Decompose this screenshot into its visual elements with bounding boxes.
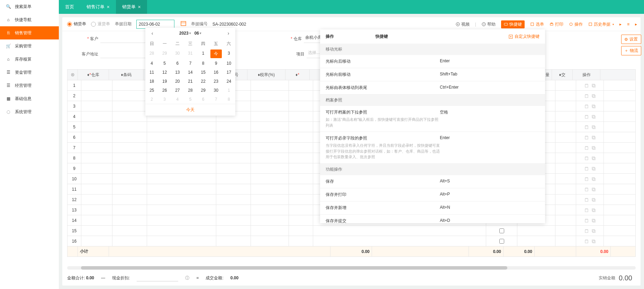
tab-close-icon[interactable]: ✕ bbox=[107, 5, 110, 9]
cal-day[interactable]: 31 bbox=[184, 49, 197, 59]
customize-shortcut-button[interactable]: 自定义快捷键 bbox=[508, 34, 539, 39]
radio-sale[interactable]: 销货单 bbox=[67, 21, 86, 27]
sidebar-item-2[interactable]: ⎘销售管理 bbox=[0, 26, 59, 39]
cal-day[interactable]: 8 bbox=[223, 95, 235, 104]
sidebar-item-6[interactable]: ☰经营管理 bbox=[0, 79, 59, 92]
copy-icon[interactable] bbox=[591, 177, 596, 181]
discount-input[interactable] bbox=[137, 274, 178, 281]
sidebar-item-8[interactable]: ◌系统管理 bbox=[0, 105, 59, 118]
cal-day[interactable]: 30 bbox=[210, 86, 223, 95]
delete-icon[interactable] bbox=[584, 166, 589, 171]
copy-icon[interactable] bbox=[591, 93, 596, 98]
cal-day[interactable]: 29 bbox=[158, 49, 171, 59]
tab-1[interactable]: 销售订单✕ bbox=[80, 0, 116, 14]
delete-icon[interactable] bbox=[584, 125, 589, 129]
delete-icon[interactable] bbox=[584, 83, 589, 88]
copy-icon[interactable] bbox=[591, 104, 596, 109]
cal-day[interactable]: 19 bbox=[158, 77, 171, 86]
table-row[interactable]: 15 bbox=[67, 226, 636, 236]
col-gear[interactable] bbox=[67, 70, 78, 80]
shortcut-button[interactable]: 快捷键 bbox=[501, 20, 525, 28]
horizontal-scrollbar[interactable] bbox=[67, 266, 636, 270]
cal-day[interactable]: 5 bbox=[158, 59, 171, 68]
cal-day[interactable]: 7 bbox=[210, 95, 223, 104]
print-button[interactable]: 打印 bbox=[550, 21, 563, 27]
delete-icon[interactable] bbox=[584, 228, 589, 233]
cal-day[interactable]: 16 bbox=[210, 68, 223, 77]
copy-icon[interactable] bbox=[591, 166, 596, 171]
tab-0[interactable]: 首页 bbox=[59, 0, 80, 14]
cal-day[interactable]: 28 bbox=[145, 49, 158, 59]
col-deliv[interactable]: ♦交 bbox=[552, 70, 573, 80]
cal-day[interactable]: 23 bbox=[210, 77, 223, 86]
tab-close-icon[interactable]: ✕ bbox=[138, 5, 141, 9]
copy-icon[interactable] bbox=[591, 156, 596, 161]
date-input[interactable]: 2023-06-02 bbox=[136, 20, 174, 29]
cal-day[interactable]: 9 bbox=[210, 59, 223, 68]
delete-icon[interactable] bbox=[584, 208, 589, 213]
cal-day[interactable]: 5 bbox=[184, 95, 197, 104]
delete-icon[interactable] bbox=[584, 114, 589, 119]
delete-icon[interactable] bbox=[584, 197, 589, 202]
sidebar-item-7[interactable]: ▦基础信息 bbox=[0, 92, 59, 105]
cal-day[interactable]: 22 bbox=[197, 77, 210, 86]
copy-icon[interactable] bbox=[591, 228, 596, 233]
copy-icon[interactable] bbox=[591, 208, 596, 213]
delete-icon[interactable] bbox=[584, 218, 589, 223]
sidebar-item-3[interactable]: 🛒采购管理 bbox=[0, 39, 59, 53]
delete-icon[interactable] bbox=[584, 187, 589, 192]
cal-day[interactable]: 14 bbox=[184, 68, 197, 77]
delete-icon[interactable] bbox=[584, 239, 589, 244]
cal-day[interactable]: 28 bbox=[184, 86, 197, 95]
info-icon[interactable]: ⓘ bbox=[185, 275, 189, 281]
delete-icon[interactable] bbox=[584, 93, 589, 98]
cal-day[interactable]: 15 bbox=[197, 68, 210, 77]
col-barcode[interactable]: ♦条码 bbox=[109, 70, 144, 80]
sidebar-item-4[interactable]: ⌂库存核算 bbox=[0, 53, 59, 66]
col-warehouse[interactable]: ♦*仓库 bbox=[78, 70, 109, 80]
table-row[interactable]: 16 bbox=[67, 236, 636, 246]
cal-day[interactable]: 4 bbox=[171, 95, 184, 104]
help-button[interactable]: ?帮助 bbox=[482, 21, 496, 27]
scroll-thumb[interactable] bbox=[81, 266, 507, 270]
cal-day[interactable]: 12 bbox=[158, 68, 171, 77]
cal-day[interactable]: 1 bbox=[223, 86, 235, 95]
cal-day[interactable]: 7 bbox=[184, 59, 197, 68]
copy-icon[interactable] bbox=[591, 197, 596, 202]
cal-year-select[interactable]: 2023▾ bbox=[179, 31, 191, 36]
settings-button[interactable]: ⚙ 设置 bbox=[621, 35, 641, 44]
tab-2[interactable]: 销货单✕ bbox=[116, 0, 147, 14]
cal-day[interactable]: 6 bbox=[197, 95, 210, 104]
nav-next-icon[interactable]: ▸ bbox=[635, 22, 637, 27]
cal-day[interactable]: 27 bbox=[171, 86, 184, 95]
radio-return[interactable]: 退货单 bbox=[91, 21, 110, 27]
cal-next-icon[interactable]: › bbox=[225, 30, 232, 36]
select-button[interactable]: 选单 bbox=[530, 21, 544, 27]
nav-list-icon[interactable]: ≡ bbox=[627, 22, 629, 27]
cal-day[interactable]: 25 bbox=[145, 86, 158, 95]
col-tax[interactable]: ♦税率(%) bbox=[247, 70, 285, 80]
operate-button[interactable]: 操作 bbox=[569, 21, 583, 27]
sidebar-item-5[interactable]: ☰资金管理 bbox=[0, 66, 59, 79]
cal-day[interactable]: 21 bbox=[184, 77, 197, 86]
cal-day[interactable]: 3 bbox=[223, 49, 235, 59]
cal-day[interactable]: 30 bbox=[171, 49, 184, 59]
video-button[interactable]: 视频 bbox=[456, 21, 470, 27]
cal-day[interactable]: 8 bbox=[197, 59, 210, 68]
cal-day[interactable]: 1 bbox=[197, 49, 210, 59]
copy-icon[interactable] bbox=[591, 83, 596, 88]
copy-icon[interactable] bbox=[591, 114, 596, 119]
cal-today-button[interactable]: 今天 bbox=[145, 104, 235, 116]
sidebar-item-0[interactable]: 🔍搜索菜单 bbox=[0, 0, 59, 13]
history-button[interactable]: 历史单据▾ bbox=[588, 21, 614, 27]
copy-icon[interactable] bbox=[591, 125, 596, 129]
cal-month-select[interactable]: 06▾ bbox=[194, 31, 201, 36]
gift-checkbox[interactable] bbox=[499, 228, 504, 233]
cal-day[interactable]: 今 bbox=[210, 49, 222, 58]
cal-day[interactable]: 18 bbox=[145, 77, 158, 86]
cal-day[interactable]: 2 bbox=[145, 95, 158, 104]
cal-day[interactable]: 17 bbox=[223, 68, 235, 77]
calendar-icon[interactable] bbox=[181, 21, 186, 27]
gift-checkbox[interactable] bbox=[499, 239, 504, 244]
delete-icon[interactable] bbox=[584, 135, 589, 140]
